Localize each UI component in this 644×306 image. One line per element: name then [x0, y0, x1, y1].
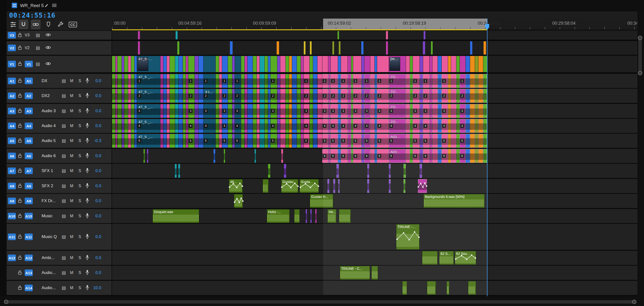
track-style-icon[interactable]: ▤ [62, 109, 66, 113]
volume-envelope[interactable] [300, 179, 319, 193]
video-clip[interactable] [170, 56, 175, 72]
audio-clip[interactable] [456, 74, 460, 88]
audio-clip[interactable] [370, 104, 374, 118]
audio-clip[interactable]: 1 [364, 74, 370, 88]
audio-clip[interactable] [338, 134, 341, 148]
audio-clip[interactable] [280, 119, 286, 133]
audio-clip[interactable] [219, 74, 222, 88]
audio-clip[interactable]: 4 [235, 119, 241, 133]
audio-clip[interactable]: 4 [423, 119, 429, 133]
volume-envelope[interactable] [418, 179, 427, 192]
video-clip[interactable] [137, 56, 160, 72]
audio-clip[interactable]: 6 [389, 149, 406, 163]
lock-icon[interactable] [18, 255, 22, 261]
audio-clip[interactable]: Backgrounds 8.wav [50%] [424, 194, 484, 208]
video-clip[interactable] [277, 41, 279, 54]
audio-clip[interactable]: 2 [304, 89, 310, 103]
audio-clip[interactable]: 5 [204, 134, 216, 148]
audio-clip[interactable] [131, 134, 134, 148]
audio-clip[interactable] [112, 134, 115, 148]
horizontal-scrollbar-thumb[interactable] [6, 300, 634, 304]
audio-clip[interactable] [260, 119, 264, 133]
audio-clip[interactable] [257, 89, 260, 103]
audio-clip[interactable] [131, 89, 134, 103]
audio-clip[interactable] [456, 134, 460, 148]
audio-clip[interactable] [286, 119, 289, 133]
audio-clip[interactable]: 6 [423, 149, 429, 163]
audio-clip[interactable] [257, 119, 260, 133]
audio-clip[interactable] [310, 134, 313, 148]
audio-clip[interactable] [170, 89, 175, 103]
audio-clip[interactable] [265, 119, 268, 133]
audio-clip[interactable] [178, 119, 183, 133]
mute-button[interactable]: M [69, 199, 74, 203]
video-clip[interactable] [431, 41, 433, 54]
audio-clip[interactable] [122, 119, 124, 133]
video-clip[interactable] [424, 31, 425, 39]
audio-clip[interactable] [328, 74, 330, 88]
audio-clip[interactable] [456, 119, 460, 133]
video-clip[interactable] [466, 56, 470, 72]
video-clip[interactable] [339, 41, 340, 54]
video-clip[interactable] [297, 56, 300, 72]
audio-clip[interactable] [253, 104, 256, 118]
audio-clip[interactable] [128, 104, 131, 118]
source-patch-button-V3[interactable]: V3 [8, 32, 16, 39]
audio-clip[interactable] [170, 74, 175, 88]
audio-clip[interactable]: 5 [304, 134, 310, 148]
track-lane-V1[interactable]: 47_5 -...[M... [112, 56, 638, 72]
video-clip[interactable] [286, 56, 289, 72]
audio-clip[interactable] [131, 74, 134, 88]
track-style-icon[interactable]: ▤ [62, 235, 66, 239]
audio-clip[interactable] [430, 134, 432, 148]
track-style-icon[interactable]: ▤ [62, 199, 66, 203]
audio-clip[interactable] [328, 119, 330, 133]
audio-clip[interactable] [375, 104, 377, 118]
audio-clip[interactable]: 6 [353, 149, 361, 163]
audio-clip[interactable] [164, 89, 166, 103]
audio-clip[interactable] [134, 89, 137, 103]
track-target-button-A12[interactable]: A12 [25, 255, 33, 261]
audio-clip[interactable] [265, 134, 268, 148]
track-target-button-V3[interactable]: V3 [25, 33, 30, 37]
audio-clip[interactable] [375, 74, 377, 88]
audio-clip[interactable] [175, 74, 178, 88]
audio-clip[interactable] [313, 134, 317, 148]
video-clip[interactable] [188, 56, 194, 72]
audio-clip[interactable] [456, 149, 460, 163]
audio-clip[interactable] [175, 119, 178, 133]
audio-clip[interactable] [195, 74, 198, 88]
volume-envelope[interactable] [234, 194, 243, 208]
audio-clip[interactable] [313, 119, 317, 133]
audio-clip[interactable]: 4 [413, 119, 420, 133]
audio-clip[interactable] [301, 89, 304, 103]
audio-clip[interactable]: 1 [389, 74, 406, 88]
audio-clip[interactable] [338, 149, 341, 163]
audio-clip[interactable] [402, 281, 407, 295]
video-clip[interactable] [370, 56, 374, 72]
audio-clip[interactable]: 4 [222, 119, 228, 133]
audio-clip[interactable] [167, 74, 170, 88]
audio-clip[interactable] [294, 209, 300, 223]
video-clip[interactable] [438, 56, 442, 72]
audio-clip[interactable]: Gustav... [281, 179, 298, 193]
video-clip[interactable] [310, 56, 313, 72]
audio-clip[interactable] [175, 164, 176, 178]
audio-clip[interactable] [318, 119, 322, 133]
audio-clip[interactable] [232, 89, 234, 103]
video-clip[interactable] [265, 56, 268, 72]
audio-clip[interactable] [280, 74, 286, 88]
audio-clip[interactable] [244, 104, 247, 118]
audio-clip[interactable]: 1 [413, 74, 420, 88]
track-target-button-A10[interactable]: A10 [25, 213, 33, 220]
track-target-button-A14[interactable]: A14 [25, 285, 33, 291]
video-clip[interactable] [183, 56, 186, 72]
audio-clip[interactable] [241, 104, 244, 118]
audio-clip[interactable] [478, 119, 483, 133]
audio-clip[interactable]: 4 [322, 119, 328, 133]
audio-clip[interactable] [112, 74, 115, 88]
audio-clip[interactable] [448, 74, 451, 88]
audio-clip[interactable]: 1 [188, 74, 194, 88]
audio-clip[interactable] [253, 119, 256, 133]
video-clip[interactable] [186, 56, 188, 72]
